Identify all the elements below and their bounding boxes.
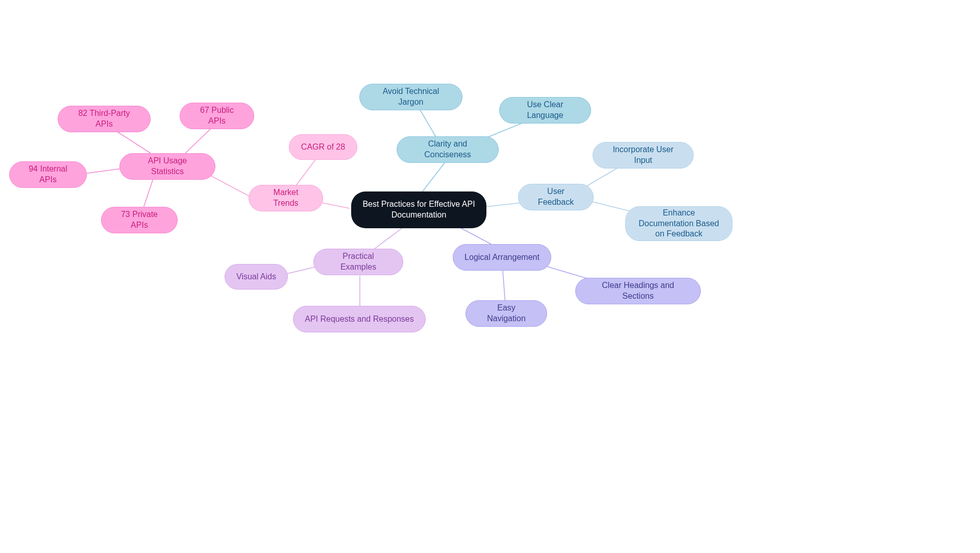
node-enhance-feedback[interactable]: Enhance Documentation Based on Feedback bbox=[625, 206, 732, 241]
node-visual-aids[interactable]: Visual Aids bbox=[225, 264, 288, 290]
node-private-apis[interactable]: 73 Private APIs bbox=[101, 207, 178, 233]
node-feedback[interactable]: User Feedback bbox=[518, 184, 594, 210]
node-requests[interactable]: API Requests and Responses bbox=[293, 306, 426, 332]
node-public-apis[interactable]: 67 Public APIs bbox=[180, 103, 254, 129]
svg-line-16 bbox=[115, 130, 151, 153]
svg-line-14 bbox=[207, 174, 250, 197]
node-market[interactable]: Market Trends bbox=[249, 185, 323, 211]
node-easy-nav[interactable]: Easy Navigation bbox=[465, 300, 547, 327]
node-thirdparty-apis[interactable]: 82 Third-Party APIs bbox=[58, 106, 151, 132]
node-arrangement[interactable]: Logical Arrangement bbox=[453, 244, 551, 271]
node-headings[interactable]: Clear Headings and Sections bbox=[575, 278, 701, 304]
svg-line-1 bbox=[419, 107, 436, 138]
connector-lines bbox=[0, 0, 980, 553]
node-clarity[interactable]: Clarity and Conciseness bbox=[397, 136, 499, 163]
central-node[interactable]: Best Practices for Effective API Documen… bbox=[351, 191, 486, 228]
svg-line-13 bbox=[293, 158, 316, 189]
node-cagr[interactable]: CAGR of 28 bbox=[289, 134, 357, 160]
node-avoid-jargon[interactable]: Avoid Technical Jargon bbox=[359, 84, 462, 110]
node-internal-apis[interactable]: 94 Internal APIs bbox=[9, 161, 87, 188]
svg-line-18 bbox=[143, 179, 153, 209]
node-incorporate-input[interactable]: Incorporate User Input bbox=[593, 142, 694, 169]
node-examples[interactable]: Practical Examples bbox=[313, 249, 403, 275]
node-clear-language[interactable]: Use Clear Language bbox=[499, 97, 591, 124]
node-usage[interactable]: API Usage Statistics bbox=[119, 153, 215, 180]
svg-line-0 bbox=[419, 158, 448, 197]
svg-line-7 bbox=[503, 271, 505, 304]
svg-line-15 bbox=[184, 128, 212, 155]
svg-line-9 bbox=[373, 227, 403, 250]
svg-line-17 bbox=[84, 169, 122, 174]
